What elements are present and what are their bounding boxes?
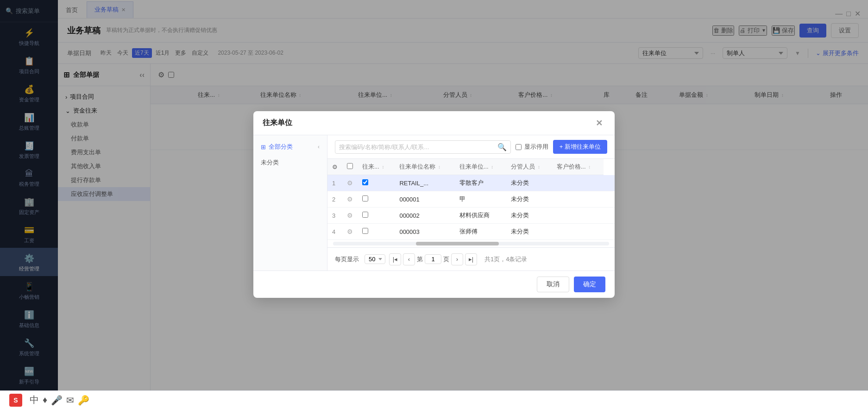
row-name-cell: 张师傅 xyxy=(455,224,506,240)
row-name-cell: 甲 xyxy=(455,191,506,208)
row-settings-cell: ⚙ xyxy=(342,208,358,224)
page-next-button[interactable]: › xyxy=(451,253,463,265)
page-size-select[interactable]: 50 xyxy=(365,254,385,264)
taskbar-icon-mail[interactable]: ✉ xyxy=(66,395,74,406)
grid-icon: ⊞ xyxy=(261,144,266,151)
modal-table-row[interactable]: 4 ⚙ 000003 张师傅 未分类 xyxy=(327,224,615,240)
row-number-cell: 3 xyxy=(327,208,342,224)
modal-table-row[interactable]: 3 ⚙ 000002 材料供应商 未分类 xyxy=(327,208,615,224)
taskbar-icon-mic[interactable]: 🎤 xyxy=(51,395,63,406)
row-price-cell xyxy=(604,224,615,240)
modal-sidebar-all-label: 全部分类 xyxy=(269,143,293,151)
page-size-label: 每页显示 xyxy=(335,255,359,264)
taskbar-icon-key[interactable]: 🔑 xyxy=(78,395,89,406)
row-check-cell[interactable] xyxy=(358,175,395,191)
modal-content-area: 🔍 显示停用 + 新增往来单位 ⚙ xyxy=(327,135,615,271)
row-number-cell: 4 xyxy=(327,224,342,240)
modal-body: ⊞ 全部分类 ‹ 未分类 🔍 显示停用 xyxy=(253,135,615,271)
row-name-cell: 材料供应商 xyxy=(455,208,506,224)
row-number-cell: 1 xyxy=(327,175,342,191)
show-disabled-checkbox[interactable] xyxy=(516,144,522,150)
show-disabled-label: 显示停用 xyxy=(524,143,548,151)
row-manager-cell xyxy=(552,208,604,224)
row-code-cell: 000001 xyxy=(395,191,454,208)
total-label: 共1页，4条记录 xyxy=(484,255,527,264)
row-check-cell[interactable] xyxy=(358,191,395,208)
confirm-button[interactable]: 确定 xyxy=(574,277,605,292)
settings-icon: ⚙ xyxy=(347,212,353,219)
row-price-cell xyxy=(604,175,615,191)
show-disabled-checkbox-label[interactable]: 显示停用 xyxy=(516,143,548,151)
search-icon: 🔍 xyxy=(497,143,507,151)
settings-icon: ⚙ xyxy=(347,195,353,203)
modal-col-price: 客户价格... ↕ xyxy=(552,159,604,175)
modal-sidebar-all[interactable]: ⊞ 全部分类 ‹ xyxy=(253,139,327,155)
pagination-nav: |◂ ‹ 第 页 › ▸| xyxy=(389,253,477,265)
modal-col-manager: 分管人员 ↕ xyxy=(506,159,552,175)
modal-scrollbar-thumb xyxy=(416,242,499,245)
row-code-cell: 000002 xyxy=(395,208,454,224)
modal-col-name: 往来单位名称 ↕ xyxy=(395,159,454,175)
partner-modal: 往来单位 ✕ ⊞ 全部分类 ‹ 未分类 xyxy=(253,111,615,298)
modal-select-all[interactable] xyxy=(347,163,353,169)
modal-table-row[interactable]: 1 ⚙ RETAIL_... 零散客户 未分类 xyxy=(327,175,615,191)
page-first-button[interactable]: |◂ xyxy=(389,253,401,265)
modal-header: 往来单位 ✕ xyxy=(253,111,615,135)
row-category-cell: 未分类 xyxy=(506,224,552,240)
row-category-cell: 未分类 xyxy=(506,191,552,208)
modal-col-check xyxy=(342,159,358,175)
modal-sidebar: ⊞ 全部分类 ‹ 未分类 xyxy=(253,135,327,271)
row-checkbox[interactable] xyxy=(362,212,368,218)
row-category-cell: 未分类 xyxy=(506,208,552,224)
page-input[interactable] xyxy=(425,254,441,264)
row-checkbox[interactable] xyxy=(362,228,368,234)
page-no-label: 第 xyxy=(417,255,423,264)
add-partner-label: + 新增往来单位 xyxy=(560,143,601,151)
modal-pagination: 每页显示 50 |◂ ‹ 第 页 › ▸| 共1页，4条记录 xyxy=(327,247,615,271)
modal-scrollbar[interactable] xyxy=(333,242,609,245)
row-manager-cell xyxy=(552,224,604,240)
row-checkbox[interactable] xyxy=(362,179,368,185)
taskbar-icon-chinese[interactable]: 中 xyxy=(30,394,39,406)
modal-col-settings: ⚙ xyxy=(327,159,342,175)
confirm-label: 确定 xyxy=(583,280,596,288)
row-code-cell: 000003 xyxy=(395,224,454,240)
modal-overlay[interactable]: 往来单位 ✕ ⊞ 全部分类 ‹ 未分类 xyxy=(0,0,868,409)
modal-search-box[interactable]: 🔍 xyxy=(335,140,511,154)
add-partner-button[interactable]: + 新增往来单位 xyxy=(553,140,607,154)
modal-col-category: 往来单位... ↕ xyxy=(455,159,506,175)
cancel-label: 取消 xyxy=(547,280,560,288)
settings-icon: ⚙ xyxy=(347,179,353,187)
taskbar-icon-diamond[interactable]: ♦ xyxy=(43,395,47,405)
row-number-cell: 2 xyxy=(327,191,342,208)
modal-sidebar-unclassified[interactable]: 未分类 xyxy=(253,155,327,170)
collapse-icon[interactable]: ‹ xyxy=(318,144,320,150)
row-code-cell: RETAIL_... xyxy=(395,175,454,191)
row-checkbox[interactable] xyxy=(362,195,368,201)
page-prev-button[interactable]: ‹ xyxy=(403,253,415,265)
modal-toolbar: 🔍 显示停用 + 新增往来单位 xyxy=(327,135,615,159)
taskbar-logo: S xyxy=(9,394,22,407)
row-settings-cell: ⚙ xyxy=(342,175,358,191)
modal-col-code: 往来... ↕ xyxy=(358,159,395,175)
row-price-cell xyxy=(604,191,615,208)
page-last-button[interactable]: ▸| xyxy=(465,253,477,265)
page-label: 页 xyxy=(443,255,449,264)
row-manager-cell xyxy=(552,175,604,191)
modal-close-button[interactable]: ✕ xyxy=(592,117,605,130)
row-manager-cell xyxy=(552,191,604,208)
row-check-cell[interactable] xyxy=(358,208,395,224)
row-category-cell: 未分类 xyxy=(506,175,552,191)
row-settings-cell: ⚙ xyxy=(342,224,358,240)
settings-icon: ⚙ xyxy=(347,228,353,235)
row-settings-cell: ⚙ xyxy=(342,191,358,208)
modal-search-input[interactable] xyxy=(339,144,495,151)
modal-table: ⚙ 往来... ↕ 往来单位名称 ↕ 往来单位... ↕ 分管人员 ↕ 客户价格… xyxy=(327,159,615,240)
modal-sidebar-unclassified-label: 未分类 xyxy=(261,159,279,166)
taskbar: S 中 ♦ 🎤 ✉ 🔑 xyxy=(0,390,868,409)
modal-table-row[interactable]: 2 ⚙ 000001 甲 未分类 xyxy=(327,191,615,208)
modal-table-area: ⚙ 往来... ↕ 往来单位名称 ↕ 往来单位... ↕ 分管人员 ↕ 客户价格… xyxy=(327,159,615,240)
row-check-cell[interactable] xyxy=(358,224,395,240)
row-name-cell: 零散客户 xyxy=(455,175,506,191)
cancel-button[interactable]: 取消 xyxy=(537,277,569,292)
